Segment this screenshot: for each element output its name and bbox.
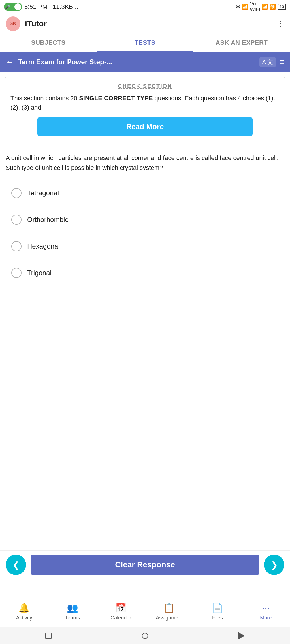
radio-trigonal[interactable] [11,268,22,278]
exam-header: ← Term Exam for Power Step-... A 文 ≡ [0,52,290,72]
status-time: 5:51 PM | 11.3KB... [24,3,78,10]
activity-icon: 🔔 [18,602,30,613]
question-body: A unit cell in which particles are prese… [0,147,290,316]
exam-menu-button[interactable]: ≡ [280,57,284,67]
section-description: This section contains 20 SINGLE CORRECT … [10,93,280,112]
option-trigonal[interactable]: Trigonal [6,261,284,285]
option-label-trigonal: Trigonal [27,269,52,277]
app-title: iTutor [25,19,47,28]
toggle-knob [14,3,21,10]
tab-subjects[interactable]: SUBJECTS [0,34,97,52]
radio-tetragonal[interactable] [11,188,22,198]
read-more-button[interactable]: Read More [37,117,253,136]
avatar: SK [6,16,20,31]
system-nav [0,627,290,644]
assignments-label: Assignme... [156,615,182,621]
nav-assignments[interactable]: 📋 Assignme... [145,600,193,624]
option-tetragonal[interactable]: Tetragonal [6,181,284,205]
nav-more[interactable]: ··· More [242,600,290,624]
back-system-button[interactable] [236,630,247,641]
status-bar: 🎤 5:51 PM | 11.3KB... ✱ 📶 VoWiFi 📶 🛜 13 [0,0,290,14]
question-text: A unit cell in which particles are prese… [6,153,284,173]
tab-ask-expert[interactable]: ASK AN EXPERT [193,34,290,52]
translate-button[interactable]: A 文 [259,57,276,67]
teams-icon: 👥 [67,602,78,613]
square-icon [45,633,52,639]
nav-activity[interactable]: 🔔 Activity [0,600,48,624]
tab-tests[interactable]: TESTS [97,34,193,52]
back-button[interactable]: ← [6,57,14,67]
mic-icon: 🎤 [5,4,10,10]
wifi2-icon: 📶 [262,4,268,10]
nav-calendar[interactable]: 📅 Calendar [97,600,145,624]
bottom-action-bar: ❮ Clear Response ❯ [0,550,290,579]
status-right: ✱ 📶 VoWiFi 📶 🛜 13 [236,1,286,13]
option-hexagonal[interactable]: Hexagonal [6,234,284,258]
nav-files[interactable]: 📄 Files [193,600,242,624]
recent-apps-button[interactable] [43,630,54,641]
wifi3-icon: 🛜 [270,4,276,10]
bluetooth-icon: ✱ [236,4,240,10]
options-list: Tetragonal Orthorhombic Hexagonal Trigon… [6,181,284,285]
option-label-orthorhombic: Orthorhombic [27,216,68,224]
more-label: More [260,615,272,621]
option-label-hexagonal: Hexagonal [27,242,60,250]
files-label: Files [212,615,223,621]
app-bar: SK iTutor ⋮ [0,14,290,34]
more-icon: ··· [262,603,270,613]
battery-indicator: 13 [278,4,286,10]
assignments-icon: 📋 [163,602,175,613]
radio-hexagonal[interactable] [11,241,22,251]
signal-icon: 📶 [242,4,248,10]
status-left: 🎤 5:51 PM | 11.3KB... [4,3,78,11]
circle-icon [142,633,148,639]
teams-label: Teams [65,615,80,621]
activity-label: Activity [16,615,32,621]
calendar-label: Calendar [110,615,131,621]
prev-question-button[interactable]: ❮ [6,555,26,575]
home-button[interactable] [139,630,151,641]
radio-orthorhombic[interactable] [11,215,22,225]
app-bar-left: SK iTutor [6,16,47,31]
triangle-icon [238,632,245,639]
wifi-icon: VoWiFi [250,1,260,13]
section-header: CHECK SECTION [10,83,280,89]
bottom-nav: 🔔 Activity 👥 Teams 📅 Calendar 📋 Assignme… [0,596,290,627]
section-card: CHECK SECTION This section contains 20 S… [5,77,285,142]
option-label-tetragonal: Tetragonal [27,189,59,197]
option-orthorhombic[interactable]: Orthorhombic [6,208,284,232]
nav-teams[interactable]: 👥 Teams [48,600,97,624]
calendar-icon: 📅 [115,602,127,613]
next-question-button[interactable]: ❯ [264,555,284,575]
tabs-bar: SUBJECTS TESTS ASK AN EXPERT [0,34,290,52]
exam-title: Term Exam for Power Step-... [18,58,255,66]
app-menu-button[interactable]: ⋮ [276,19,284,28]
files-icon: 📄 [212,602,223,613]
clear-response-button[interactable]: Clear Response [31,555,259,575]
mic-toggle[interactable]: 🎤 [4,3,22,11]
